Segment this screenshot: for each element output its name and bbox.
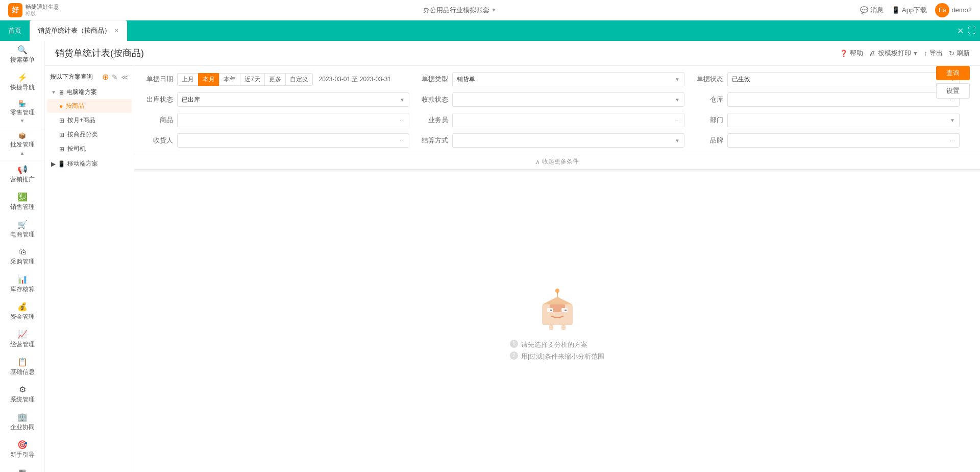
tab-close-icon[interactable]: ✕ <box>114 27 119 34</box>
tab-home[interactable]: 首页 <box>0 20 30 41</box>
message-button[interactable]: 💬 消息 <box>860 6 884 15</box>
tab-report[interactable]: 销货单统计表（按商品） ✕ <box>30 20 127 41</box>
workspace-area[interactable]: 办公用品行业模拟账套 ▼ <box>423 6 497 15</box>
refresh-icon: ↻ <box>949 50 954 57</box>
sidebar-item-basic-label: 基础信息 <box>10 368 35 376</box>
filter-goods: 商品 ··· <box>144 113 420 127</box>
scheme-item-by-category[interactable]: ⊞ 按商品分类 <box>47 128 132 141</box>
collapse-label: 收起更多条件 <box>542 157 579 166</box>
filter-row-4: 收货人 ··· 结算方式 ▼ <box>144 133 970 148</box>
sidebar-item-basic[interactable]: 📋 基础信息 <box>0 353 44 381</box>
sidebar-item-marketing[interactable]: 📢 营销推广 <box>0 160 44 188</box>
sidebar-item-retail[interactable]: 🏪 零售管理 ▼ <box>0 96 44 128</box>
collapse-scheme-icon[interactable]: ≪ <box>121 73 129 81</box>
add-scheme-icon[interactable]: ⊕ <box>102 72 109 82</box>
bill-type-label: 单据类型 <box>420 75 448 84</box>
sidebar-item-ecom[interactable]: 🛒 电商管理 <box>0 216 44 243</box>
filter-warehouse: 仓库 ··· <box>695 92 970 107</box>
scheme-group-mobile-label[interactable]: ▶ 📱 移动端方案 <box>47 157 132 171</box>
collapse-bar[interactable]: ∧ 收起更多条件 <box>134 154 980 170</box>
sidebar-item-guide-label: 新手引导 <box>10 451 35 459</box>
export-button[interactable]: ↑ 导出 <box>924 49 943 58</box>
sidebar-item-quick[interactable]: ⚡ 快捷导航 <box>0 68 44 96</box>
dept-label: 部门 <box>695 115 723 125</box>
app-download-label: App下载 <box>902 6 927 15</box>
empty-illustration <box>532 281 583 333</box>
out-status-select[interactable]: 已出库 ▼ <box>177 92 409 107</box>
svg-rect-6 <box>565 310 567 311</box>
receive-status-select[interactable]: ▼ <box>452 92 684 107</box>
app-download-button[interactable]: 📱 App下载 <box>892 6 927 15</box>
date-btn-7days[interactable]: 近7天 <box>240 73 264 86</box>
main-layout: 🔍 搜索菜单 ⚡ 快捷导航 🏪 零售管理 ▼ 📦 批发管理 ▲ 📢 营销推广 <box>0 41 980 472</box>
date-btn-this-month[interactable]: 本月 <box>198 73 219 86</box>
date-btn-custom[interactable]: 自定义 <box>285 73 313 86</box>
goods-ellipsis-icon: ··· <box>400 116 405 124</box>
scheme-item-by-driver[interactable]: ⊞ 按司机 <box>47 142 132 156</box>
receive-status-label: 收款状态 <box>420 95 448 104</box>
sidebar-item-wholesale[interactable]: 📦 批发管理 ▲ <box>0 128 44 160</box>
sidebar-item-guide[interactable]: 🎯 新手引导 <box>0 436 44 463</box>
brand-label: 品牌 <box>695 136 723 145</box>
sidebar-item-enterprise-label: 企业协同 <box>10 423 35 432</box>
sidebar-item-search[interactable]: 🔍 搜索菜单 <box>0 41 44 68</box>
sidebar-item-system[interactable]: ⚙ 系统管理 <box>0 381 44 408</box>
user-area[interactable]: Ea demo2 <box>935 3 972 17</box>
tab-expand-area: ✕ ⛶ <box>957 26 976 36</box>
content-area: 销货单统计表(按商品) ❓ 帮助 🖨 按模板打印 ▼ ↑ 导出 <box>45 41 980 472</box>
goods-input[interactable]: ··· <box>177 113 409 127</box>
sidebar-item-sales[interactable]: 💹 销售管理 <box>0 188 44 216</box>
scheme-item-by-goods[interactable]: ● 按商品 <box>47 99 132 113</box>
settlement-select[interactable]: ▼ <box>452 133 684 148</box>
scheme-group-pc-label[interactable]: ▼ 🖥 电脑端方案 <box>47 86 132 99</box>
date-btn-last-month[interactable]: 上月 <box>177 73 198 86</box>
bill-type-value: 销货单 <box>457 75 475 84</box>
scheme-item-icon4: ⊞ <box>59 146 64 153</box>
sidebar-item-purchase-label: 采购管理 <box>10 257 35 266</box>
scheme-item-by-month-goods[interactable]: ⊞ 按月+商品 <box>47 113 132 127</box>
close-window-icon[interactable]: ✕ <box>957 26 964 36</box>
salesman-input[interactable]: ··· <box>452 113 684 127</box>
sidebar-item-enterprise[interactable]: 🏢 企业协同 <box>0 408 44 436</box>
svg-marker-1 <box>542 297 573 304</box>
page-title: 销货单统计表(按商品) <box>55 47 144 65</box>
brand-input[interactable]: ··· <box>727 133 960 148</box>
print-button[interactable]: 🖨 按模板打印 ▼ <box>869 49 918 58</box>
dept-select[interactable]: ▼ <box>727 113 960 127</box>
out-status-arrow-icon: ▼ <box>400 97 405 103</box>
export-icon: ↑ <box>924 50 928 57</box>
logo-area: 好 畅捷通好生意 标版 <box>8 3 59 17</box>
warehouse-input[interactable]: ··· <box>727 92 960 107</box>
sidebar-item-operation-label: 经营管理 <box>10 340 35 349</box>
scheme-item-by-driver-label: 按司机 <box>67 145 86 153</box>
sidebar-item-inventory[interactable]: 📊 库存核算 <box>0 270 44 298</box>
help-button[interactable]: ❓ 帮助 <box>840 49 863 58</box>
sidebar-item-finance[interactable]: 💰 资金管理 <box>0 298 44 325</box>
recipient-input[interactable]: ··· <box>177 133 409 148</box>
filter-row-3: 商品 ··· 业务员 ··· <box>144 113 970 127</box>
empty-step-2-text: 用[过滤]条件来缩小分析范围 <box>521 350 604 362</box>
edit-scheme-icon[interactable]: ✎ <box>112 73 118 81</box>
svg-rect-10 <box>561 325 566 330</box>
mobile-icon: 📱 <box>892 6 900 14</box>
date-btn-this-year[interactable]: 本年 <box>219 73 240 86</box>
search-icon: 🔍 <box>17 45 28 55</box>
scheme-group-mobile: ▶ 📱 移动端方案 <box>47 157 132 171</box>
workspace-selector[interactable]: 办公用品行业模拟账套 ▼ <box>423 6 497 15</box>
sidebar-item-operation[interactable]: 📈 经营管理 <box>0 325 44 353</box>
wholesale-icon: 📦 <box>18 132 26 139</box>
refresh-button[interactable]: ↻ 刷新 <box>949 49 970 58</box>
query-button[interactable]: 查询 <box>936 66 970 80</box>
bill-type-select[interactable]: 销货单 ▼ <box>452 72 684 86</box>
sidebar-item-purchase[interactable]: 🛍 采购管理 <box>0 243 44 270</box>
bill-status-select[interactable]: 已生效 ▼ <box>727 72 960 86</box>
scheme-panel: 按以下方案查询 ⊕ ✎ ≪ ▼ 🖥 电脑 <box>45 66 134 472</box>
receive-status-arrow-icon: ▼ <box>675 97 680 103</box>
maximize-icon[interactable]: ⛶ <box>968 26 976 35</box>
print-icon: 🖨 <box>869 50 876 57</box>
recipient-label: 收货人 <box>144 136 173 145</box>
setting-button[interactable]: 设置 <box>936 83 970 99</box>
date-btn-more[interactable]: 更多 <box>264 73 285 86</box>
sidebar-item-apps[interactable]: ▦ 应用中心 <box>0 463 44 472</box>
empty-step-2: 2 用[过滤]条件来缩小分析范围 <box>510 350 604 362</box>
